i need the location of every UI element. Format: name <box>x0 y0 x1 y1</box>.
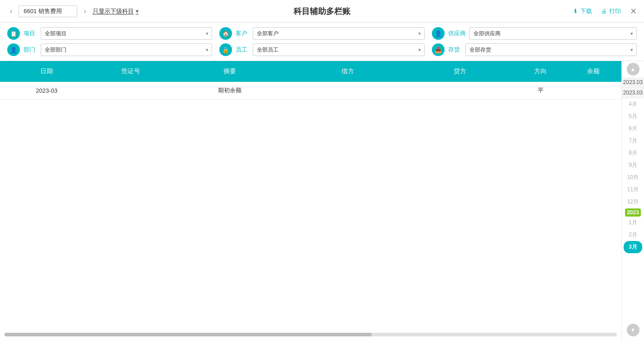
print-icon: 🖨 <box>601 8 607 14</box>
show-sub-button[interactable]: 只显示下级科目 ▾ <box>93 7 139 15</box>
timeline-month-4[interactable]: 4月 <box>622 98 644 110</box>
employee-select[interactable]: 全部员工 <box>253 43 424 56</box>
col-header-debit: 借方 <box>292 61 404 82</box>
title-bar: ‹ 6601 销售费用 › 只显示下级科目 ▾ 科目辅助多栏账 ⬇ 下载 🖨 打… <box>0 0 644 23</box>
row-summary: 期初余额 <box>168 82 292 99</box>
filter-item-supplier: 👤 供应商 全部供应商 <box>432 27 637 40</box>
col-header-summary: 摘要 <box>168 61 292 82</box>
col-header-voucher: 凭证号 <box>93 61 168 82</box>
table-header-row: 日期 凭证号 摘要 借方 贷方 方向 余额 <box>0 61 621 82</box>
customer-icon: 🏠 <box>219 27 232 40</box>
timeline-month-11[interactable]: 11月 <box>622 184 644 196</box>
filter-bar: 📋 项目 全部项目 🏠 客户 全部客户 👤 供应商 全部供应商 <box>0 23 644 61</box>
timeline-header-item-2[interactable]: 2023.03 <box>622 88 644 98</box>
customer-label: 客户 <box>236 29 249 38</box>
department-label: 部门 <box>24 46 37 54</box>
print-label: 打印 <box>609 7 621 15</box>
page-title: 科目辅助多栏账 <box>294 6 350 17</box>
table-container: 日期 凭证号 摘要 借方 贷方 方向 余额 2023-03 期初余额 <box>0 61 644 340</box>
timeline-month-12[interactable]: 12月 <box>622 196 644 208</box>
account-code-box: 6601 销售费用 <box>19 5 77 17</box>
project-icon: 📋 <box>7 27 20 40</box>
title-bar-left: ‹ 6601 销售费用 › 只显示下级科目 ▾ <box>7 5 139 17</box>
timeline-month-active[interactable]: 3月 <box>624 241 642 253</box>
row-voucher <box>93 82 168 99</box>
supplier-select[interactable]: 全部供应商 <box>469 27 637 40</box>
ledger-table: 日期 凭证号 摘要 借方 贷方 方向 余额 2023-03 期初余额 <box>0 61 621 99</box>
download-icon: ⬇ <box>573 8 578 14</box>
right-timeline: ▲ 2023.03 2023.03 4月 5月 6月 7月 8月 9月 10月 … <box>621 61 644 340</box>
timeline-up-icon: ▲ <box>630 66 636 72</box>
filter-item-project: 📋 项目 全部项目 <box>7 27 212 40</box>
timeline-month-10[interactable]: 10月 <box>622 171 644 184</box>
stock-icon: 📥 <box>432 43 445 56</box>
filter-item-stock: 📥 存货 全部存货 <box>432 43 637 56</box>
timeline-month-2[interactable]: 2月 <box>622 229 644 241</box>
timeline-header-item-1[interactable]: 2023.03 <box>622 77 644 88</box>
customer-select-wrapper[interactable]: 全部客户 <box>253 27 424 40</box>
col-header-credit: 贷方 <box>404 61 516 82</box>
filter-item-department: 👤 部门 全部部门 <box>7 43 212 56</box>
employee-icon: 🔒 <box>219 43 232 56</box>
main-content: 日期 凭证号 摘要 借方 贷方 方向 余额 2023-03 期初余额 <box>0 61 644 340</box>
timeline-up-button[interactable]: ▲ <box>627 63 639 76</box>
filter-item-customer: 🏠 客户 全部客户 <box>219 27 424 40</box>
department-select-wrapper[interactable]: 全部部门 <box>41 43 212 56</box>
close-button[interactable]: ✕ <box>630 6 637 16</box>
h-scrollbar-track[interactable] <box>5 333 617 336</box>
row-direction: 平 <box>516 82 565 99</box>
download-button[interactable]: ⬇ 下载 <box>573 7 592 15</box>
timeline-year-badge: 2023 <box>625 208 641 217</box>
next-account-button[interactable]: › <box>81 6 89 16</box>
h-scrollbar-thumb[interactable] <box>5 333 372 336</box>
stock-select-wrapper[interactable]: 全部存货 <box>465 43 637 56</box>
customer-select[interactable]: 全部客户 <box>253 27 424 40</box>
col-header-date: 日期 <box>0 61 93 82</box>
show-sub-arrow-icon: ▾ <box>136 8 139 14</box>
department-icon: 👤 <box>7 43 20 56</box>
employee-select-wrapper[interactable]: 全部员工 <box>253 43 424 56</box>
row-balance <box>565 82 621 99</box>
project-label: 项目 <box>24 29 37 38</box>
show-sub-label: 只显示下级科目 <box>93 7 134 15</box>
project-select[interactable]: 全部项目 <box>41 27 212 40</box>
timeline-month-7[interactable]: 7月 <box>622 135 644 147</box>
col-header-direction: 方向 <box>516 61 565 82</box>
col-header-balance: 余额 <box>565 61 621 82</box>
timeline-month-5[interactable]: 5月 <box>622 110 644 123</box>
row-credit <box>404 82 516 99</box>
timeline-month-6[interactable]: 6月 <box>622 123 644 135</box>
employee-label: 员工 <box>236 46 249 54</box>
download-label: 下载 <box>580 7 592 15</box>
supplier-select-wrapper[interactable]: 全部供应商 <box>469 27 637 40</box>
timeline-month-9[interactable]: 9月 <box>622 159 644 171</box>
timeline-down-button[interactable]: ▼ <box>627 324 639 336</box>
supplier-icon: 👤 <box>432 27 445 40</box>
filter-item-employee: 🔒 员工 全部员工 <box>219 43 424 56</box>
main-window: ‹ 6601 销售费用 › 只显示下级科目 ▾ 科目辅助多栏账 ⬇ 下载 🖨 打… <box>0 0 644 340</box>
timeline-month-1[interactable]: 1月 <box>622 217 644 229</box>
stock-label: 存货 <box>448 46 462 54</box>
project-select-wrapper[interactable]: 全部项目 <box>41 27 212 40</box>
title-bar-right: ⬇ 下载 🖨 打印 ✕ <box>573 6 637 16</box>
timeline-month-8[interactable]: 8月 <box>622 147 644 159</box>
row-debit <box>292 82 404 99</box>
stock-select[interactable]: 全部存货 <box>465 43 637 56</box>
supplier-label: 供应商 <box>448 29 466 38</box>
table-row[interactable]: 2023-03 期初余额 平 <box>0 82 621 99</box>
department-select[interactable]: 全部部门 <box>41 43 212 56</box>
prev-account-button[interactable]: ‹ <box>7 6 15 16</box>
row-date: 2023-03 <box>0 82 93 99</box>
print-button[interactable]: 🖨 打印 <box>601 7 621 15</box>
timeline-down-icon: ▼ <box>630 327 636 333</box>
